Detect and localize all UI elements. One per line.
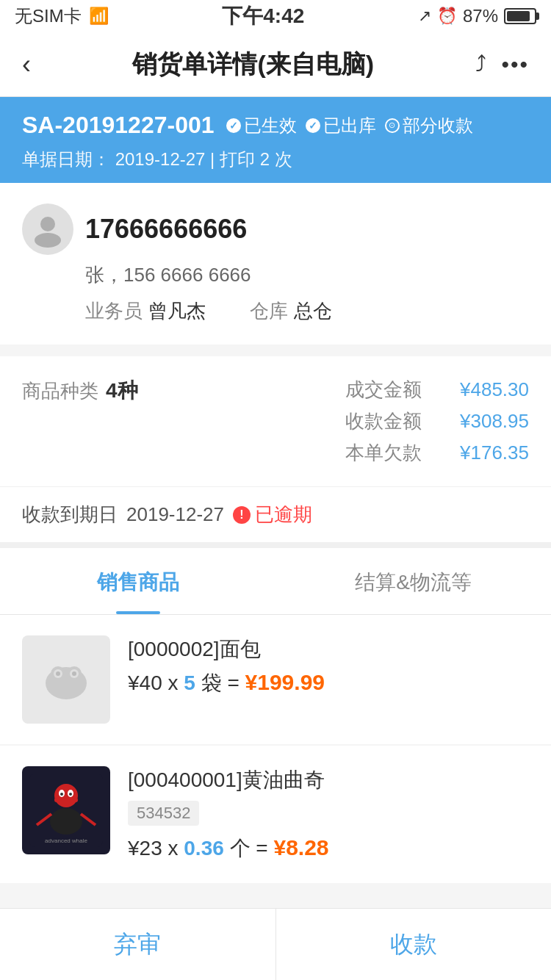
location-icon: ↗: [418, 7, 431, 26]
product-info-2: [000400001]黄油曲奇 534532 ¥23 x 0.36 个 = ¥8…: [128, 766, 529, 862]
customer-section: 17666666666 张，156 6666 6666 业务员 曾凡杰 仓库 总…: [0, 183, 551, 345]
battery-icon: [504, 8, 536, 24]
customer-meta: 业务员 曾凡杰 仓库 总仓: [85, 298, 529, 324]
overdue-text: 已逾期: [255, 502, 312, 527]
product-qty-1: 5: [184, 671, 195, 694]
customer-name-phone: 张，156 6666 6666: [85, 262, 529, 288]
received-value: ¥308.95: [433, 410, 529, 433]
product-total-2: ¥8.28: [273, 835, 328, 860]
product-info-1: [0000002]面包 ¥40 x 5 袋 = ¥199.99: [128, 635, 529, 697]
product-types-value: 4种: [106, 377, 138, 405]
owed-item: 本单欠款 ¥176.35: [345, 440, 529, 466]
nav-bar: ‹ 销货单详情(来自电脑) ⤴ •••: [0, 32, 551, 97]
product-types-label: 商品种类: [22, 378, 98, 404]
stats-right: 成交金额 ¥485.30 收款金额 ¥308.95 本单欠款 ¥176.35: [345, 377, 529, 466]
bottom-bar: 弃审 收款: [0, 908, 551, 980]
due-date: 2019-12-27: [126, 503, 224, 526]
status-tag-shipped: ✓ 已出库: [306, 114, 376, 137]
alarm-icon: ⏰: [437, 7, 457, 26]
product-total-1: ¥199.99: [245, 670, 325, 694]
salesperson-label: 业务员: [85, 298, 143, 324]
svg-point-17: [60, 793, 63, 796]
owl-icon: [37, 650, 96, 709]
product-price-1: ¥40 x 5 袋 = ¥199.99: [128, 669, 529, 697]
received-item: 收款金额 ¥308.95: [345, 408, 529, 434]
battery-text: 87%: [463, 6, 498, 26]
status-left: 无SIM卡 📶: [15, 4, 109, 28]
product-card-2: advanced whale [000400001]黄油曲奇 534532 ¥2…: [0, 746, 551, 883]
page-title: 销货单详情(来自电脑): [132, 48, 374, 82]
product-name-2: [000400001]黄油曲奇: [128, 766, 529, 794]
share-icon[interactable]: ⤴: [475, 52, 486, 77]
tab-settlement[interactable]: 结算&物流等: [276, 548, 551, 614]
banner-sub: 单据日期： 2019-12-27 | 打印 2 次: [22, 148, 529, 171]
products-section: [0000002]面包 ¥40 x 5 袋 = ¥199.99: [0, 615, 551, 883]
svg-point-8: [72, 671, 76, 676]
due-label: 收款到期日: [22, 502, 118, 527]
clock-icon: ⊙: [385, 118, 400, 133]
svg-text:advanced whale: advanced whale: [45, 837, 87, 844]
customer-phone-display: 17666666666: [85, 214, 247, 245]
status-time: 下午4:42: [222, 2, 304, 30]
status-right: ↗ ⏰ 87%: [418, 6, 536, 26]
deal-amount-label: 成交金额: [345, 377, 422, 403]
product-types: 商品种类 4种: [22, 377, 138, 405]
banner-top: SA-20191227-001 ✓ 已生效 ✓ 已出库 ⊙ 部分收款: [22, 112, 529, 139]
svg-point-7: [56, 671, 60, 676]
overdue-badge: ! 已逾期: [233, 502, 312, 527]
svg-point-1: [35, 233, 61, 248]
product-image-1: [22, 635, 110, 724]
received-label: 收款金额: [345, 408, 422, 434]
customer-row: 17666666666: [22, 203, 529, 255]
deal-amount-item: 成交金额 ¥485.30: [345, 377, 529, 403]
tabs-section: 销售商品 结算&物流等: [0, 542, 551, 615]
carrier-text: 无SIM卡: [15, 4, 82, 28]
warehouse-label: 仓库: [250, 298, 288, 324]
svg-point-12: [50, 808, 82, 835]
status-tag-effective: ✓ 已生效: [226, 114, 297, 137]
product-image-2: advanced whale: [22, 766, 110, 854]
status-bar: 无SIM卡 📶 下午4:42 ↗ ⏰ 87%: [0, 0, 551, 32]
divider-1: [0, 345, 551, 356]
collect-payment-button[interactable]: 收款: [276, 909, 552, 980]
abandon-review-button[interactable]: 弃审: [0, 909, 276, 980]
product-card-1: [0000002]面包 ¥40 x 5 袋 = ¥199.99: [0, 615, 551, 744]
svg-point-18: [69, 793, 72, 796]
warehouse-item: 仓库 总仓: [250, 298, 332, 324]
overdue-icon: !: [233, 506, 251, 524]
svg-point-0: [40, 217, 55, 231]
order-id: SA-20191227-001: [22, 112, 215, 139]
salesperson-value: 曾凡杰: [148, 298, 206, 324]
status-tags: ✓ 已生效 ✓ 已出库 ⊙ 部分收款: [226, 114, 473, 137]
warehouse-value: 总仓: [294, 298, 332, 324]
more-icon[interactable]: •••: [501, 52, 529, 77]
nav-actions: ⤴ •••: [475, 52, 529, 77]
owed-label: 本单欠款: [345, 440, 422, 466]
product-logo-2: advanced whale: [29, 774, 103, 847]
avatar-icon: [29, 211, 66, 248]
tab-sales-products[interactable]: 销售商品: [0, 548, 276, 614]
avatar: [22, 203, 73, 255]
svg-point-11: [54, 784, 78, 807]
header-banner: SA-20191227-001 ✓ 已生效 ✓ 已出库 ⊙ 部分收款 单据日期：…: [0, 97, 551, 183]
product-qty-2: 0.36: [184, 837, 224, 860]
product-price-2: ¥23 x 0.36 个 = ¥8.28: [128, 835, 529, 862]
product-badge-2: 534532: [128, 801, 199, 826]
wifi-icon: 📶: [89, 7, 109, 26]
back-button[interactable]: ‹: [22, 49, 31, 80]
due-section: 收款到期日 2019-12-27 ! 已逾期: [0, 486, 551, 542]
product-name-1: [0000002]面包: [128, 635, 529, 663]
svg-rect-19: [54, 798, 78, 802]
product-placeholder-1: [22, 635, 110, 724]
deal-amount-value: ¥485.30: [433, 378, 529, 401]
salesperson-item: 业务员 曾凡杰: [85, 298, 206, 324]
owed-value: ¥176.35: [433, 442, 529, 464]
status-tag-partial: ⊙ 部分收款: [385, 114, 473, 137]
check-icon-2: ✓: [306, 118, 320, 133]
stats-row: 商品种类 4种 成交金额 ¥485.30 收款金额 ¥308.95 本单欠款 ¥…: [22, 377, 529, 466]
stats-section: 商品种类 4种 成交金额 ¥485.30 收款金额 ¥308.95 本单欠款 ¥…: [0, 356, 551, 486]
check-icon-1: ✓: [226, 118, 241, 133]
